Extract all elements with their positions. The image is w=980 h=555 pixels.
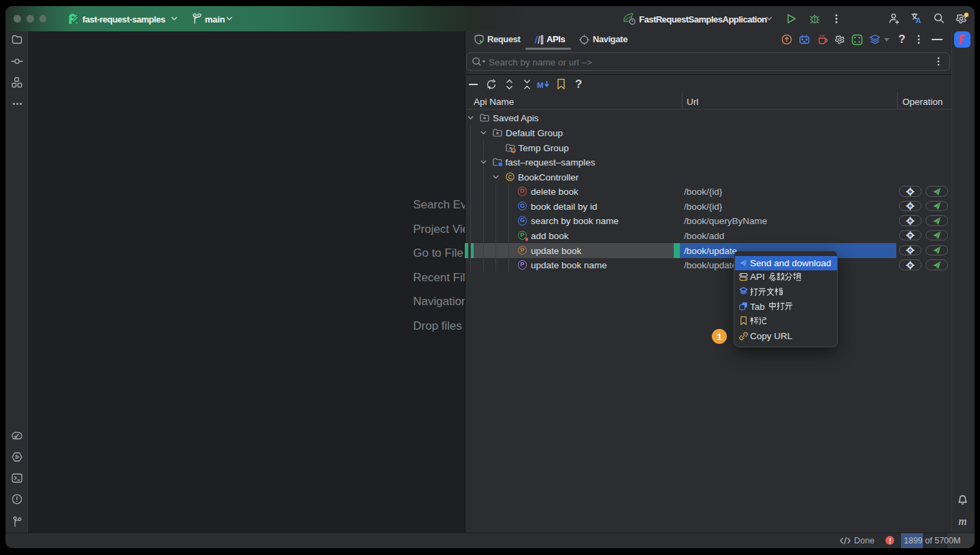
svg-text:M: M: [537, 81, 544, 89]
svg-text:A: A: [916, 16, 921, 25]
svg-text:C: C: [508, 174, 512, 180]
